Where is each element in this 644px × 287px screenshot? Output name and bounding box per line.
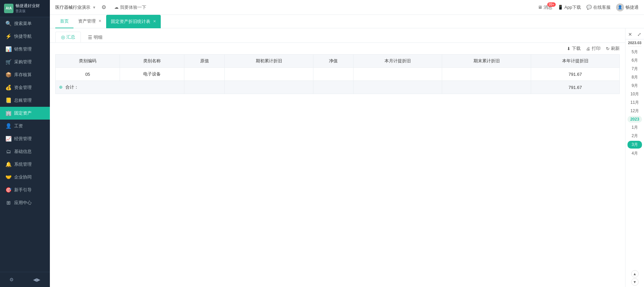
sidebar-item-purchase[interactable]: 🛒 采购管理 <box>0 56 50 68</box>
timeline-up-button[interactable]: ▲ <box>631 270 639 278</box>
cloud-icon: ☁ <box>114 5 119 10</box>
download-button[interactable]: 📱 App下载 <box>558 4 581 10</box>
right-panel-close-button[interactable]: ✕ <box>628 32 632 37</box>
sidebar-item-sales[interactable]: 📊 销售管理 <box>0 43 50 56</box>
sidebar-item-label: 快捷导航 <box>14 33 32 39</box>
cell-code: 05 <box>56 68 120 81</box>
inventory-icon: 📦 <box>5 72 11 78</box>
total-label: 合计： <box>65 85 79 90</box>
timeline-month[interactable]: 3月 <box>627 141 642 149</box>
collapse-button[interactable]: ◀▶ <box>31 275 42 284</box>
sidebar-item-label: 库存核算 <box>14 72 32 78</box>
refresh-button[interactable]: ↻ 刷新 <box>606 45 620 52</box>
total-annual-dep: 791.67 <box>531 81 619 94</box>
sub-tab-detail[interactable]: ☰ 明细 <box>82 32 108 42</box>
download-icon: 📱 <box>558 5 563 10</box>
sidebar-bottom: ⚙ ◀▶ <box>0 272 50 287</box>
settings-button[interactable]: ⚙ <box>7 275 16 284</box>
timeline-down-button[interactable]: ▼ <box>631 278 639 286</box>
sidebar-item-label: 基础信息 <box>14 149 32 155</box>
topbar-settings-button[interactable]: ⚙ <box>100 3 108 12</box>
topbar-right: 🖥 消息 99+ 📱 App下载 💬 在线客服 👤 畅捷通 <box>538 3 639 11</box>
print-button[interactable]: 🖨 打印 <box>586 45 601 52</box>
timeline-month[interactable]: 9月 <box>625 82 644 90</box>
right-panel: ✕ ⤢ 2023.03 5月6月7月8月9月10月11月12月 2023 1月2… <box>625 28 644 287</box>
timeline-month[interactable]: 11月 <box>625 98 644 107</box>
sidebar-item-basic-info[interactable]: 🗂 基础信息 <box>0 145 50 158</box>
months-2023-container: 1月2月3月4月 <box>625 123 644 158</box>
tab-assets[interactable]: 资产管理 ✕ <box>73 15 106 28</box>
user-menu[interactable]: 👤 畅捷通 <box>616 3 639 11</box>
sidebar-item-label: 经营管理 <box>14 136 32 142</box>
col-annual-dep: 本年计提折旧 <box>531 55 619 68</box>
logo-text-block: 畅捷通好业财 普及版 <box>16 3 40 13</box>
timeline-month[interactable]: 2月 <box>625 132 644 140</box>
timeline-month[interactable]: 1月 <box>625 123 644 132</box>
service-icon: 💬 <box>586 5 592 10</box>
sidebar: AtA 畅捷通好业财 普及版 🔍 搜索菜单 ⚡ 快捷导航 📊 销售管理 🛒 采购… <box>0 0 50 287</box>
timeline-month[interactable]: 6月 <box>625 56 644 65</box>
cell-initial-accum <box>224 68 313 81</box>
sidebar-item-funds[interactable]: 💰 资金管理 <box>0 81 50 94</box>
timeline-month[interactable]: 4月 <box>625 149 644 158</box>
tab-home-label: 首页 <box>60 18 69 24</box>
sidebar-item-label: 总账管理 <box>14 97 32 103</box>
col-code: 类别编码 <box>56 55 120 68</box>
app-name: 畅捷通好业财 <box>16 3 40 9</box>
col-name: 类别名称 <box>120 55 184 68</box>
timeline-month[interactable]: 5月 <box>625 48 644 56</box>
sidebar-item-label: 固定资产 <box>14 110 32 116</box>
company-name: 医疗器械行业演示 <box>55 4 90 10</box>
system-icon: 🔔 <box>5 161 11 167</box>
sidebar-item-quick-nav[interactable]: ⚡ 快捷导航 <box>0 30 50 43</box>
funds-icon: 💰 <box>5 85 11 91</box>
summary-tab-label: 汇总 <box>66 34 75 40</box>
timeline-month[interactable]: 12月 <box>625 107 644 115</box>
months-before-container: 5月6月7月8月9月10月11月12月 <box>625 48 644 115</box>
sidebar-item-guide[interactable]: 🎯 新手引导 <box>0 184 50 196</box>
year-2023-label[interactable]: 2023 <box>627 116 642 123</box>
app-edition: 普及版 <box>16 9 40 13</box>
cell-period-end-accum <box>442 68 531 81</box>
download-button[interactable]: ⬇ 下载 <box>567 45 581 52</box>
tab-assets-close[interactable]: ✕ <box>98 19 101 23</box>
sidebar-item-app-center[interactable]: ⊞ 应用中心 <box>0 196 50 209</box>
service-button[interactable]: 💬 在线客服 <box>586 4 611 10</box>
sub-tab-summary[interactable]: ◎ 汇总 <box>55 32 81 42</box>
download-toolbar-icon: ⬇ <box>567 46 571 51</box>
sidebar-item-search[interactable]: 🔍 搜索菜单 <box>0 17 50 30</box>
company-selector[interactable]: 医疗器械行业演示 ▼ <box>55 4 96 10</box>
salary-icon: 👤 <box>5 123 11 129</box>
sidebar-item-enterprise[interactable]: 🤝 企业协同 <box>0 171 50 184</box>
cell-annual-dep: 791.67 <box>531 68 619 81</box>
timeline-month[interactable]: 8月 <box>625 73 644 82</box>
total-original <box>184 81 224 94</box>
sidebar-item-operations[interactable]: 📈 经营管理 <box>0 132 50 145</box>
tab-depreciation[interactable]: 固定资产折旧统计表 ✕ <box>106 15 161 28</box>
sidebar-item-system[interactable]: 🔔 系统管理 <box>0 158 50 171</box>
tab-assets-label: 资产管理 <box>78 18 96 24</box>
detail-tab-icon: ☰ <box>88 35 92 40</box>
experience-button[interactable]: ☁ 我要体验一下 <box>114 4 146 10</box>
company-dropdown-icon: ▼ <box>92 5 96 9</box>
col-period-end-accum: 期末累计折旧 <box>442 55 531 68</box>
sidebar-item-ledger[interactable]: 📒 总账管理 <box>0 94 50 107</box>
print-label: 打印 <box>592 45 601 52</box>
total-icon: ⊕ <box>59 85 63 90</box>
right-panel-expand-button[interactable]: ⤢ <box>637 32 641 37</box>
enterprise-icon: 🤝 <box>5 174 11 180</box>
timeline-month[interactable]: 7月 <box>625 65 644 73</box>
table-toolbar: ⬇ 下载 🖨 打印 ↻ 刷新 <box>50 43 625 54</box>
sidebar-item-inventory[interactable]: 📦 库存核算 <box>0 68 50 81</box>
col-original: 原值 <box>184 55 224 68</box>
tab-home[interactable]: 首页 <box>55 15 73 28</box>
tab-depreciation-close[interactable]: ✕ <box>153 19 156 24</box>
refresh-icon: ↻ <box>606 46 610 51</box>
sidebar-item-salary[interactable]: 👤 工资 <box>0 120 50 132</box>
messages-button[interactable]: 🖥 消息 99+ <box>538 4 552 10</box>
table-row[interactable]: 05 电子设备 791.67 <box>56 68 620 81</box>
timeline-month[interactable]: 10月 <box>625 90 644 98</box>
sidebar-item-fixed-assets[interactable]: 🏢 固定资产 <box>0 107 50 120</box>
sidebar-scroll: 🔍 搜索菜单 ⚡ 快捷导航 📊 销售管理 🛒 采购管理 📦 库存核算 💰 资金管… <box>0 17 50 272</box>
sidebar-item-label: 资金管理 <box>14 85 32 91</box>
